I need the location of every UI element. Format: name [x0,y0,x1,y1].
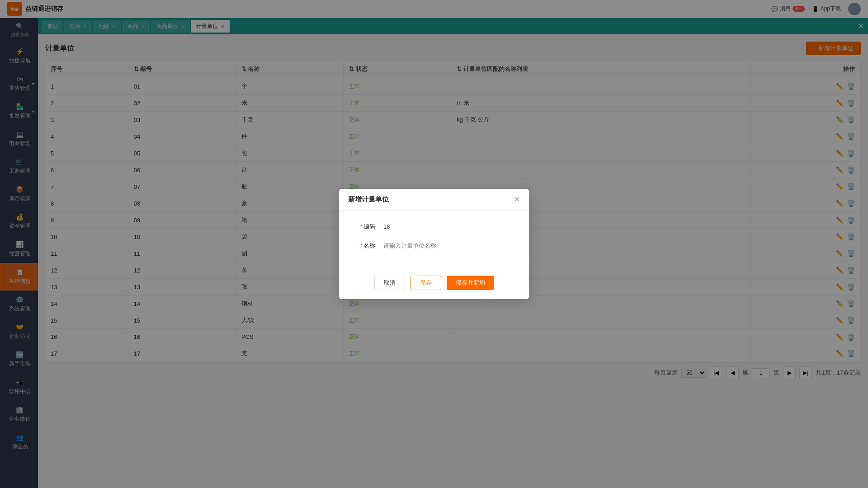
modal-overlay: 新增计量单位 ✕ 编码 名称 取消 保存 保存并新增 [0,0,868,488]
add-unit-dialog: 新增计量单位 ✕ 编码 名称 取消 保存 保存并新增 [339,189,529,299]
name-label: 名称 [348,242,375,250]
dialog-title: 新增计量单位 [348,195,389,204]
save-and-new-button[interactable]: 保存并新增 [447,276,494,290]
form-row-name: 名称 [348,240,520,251]
cancel-button[interactable]: 取消 [374,276,405,290]
code-input[interactable] [381,221,520,232]
dialog-body: 编码 名称 [339,211,529,270]
dialog-header: 新增计量单位 ✕ [339,189,529,211]
name-input[interactable] [381,240,520,251]
form-row-code: 编码 [348,221,520,232]
code-label: 编码 [348,223,375,231]
save-button[interactable]: 保存 [410,276,441,290]
dialog-footer: 取消 保存 保存并新增 [339,270,529,299]
dialog-close-btn[interactable]: ✕ [514,195,520,204]
